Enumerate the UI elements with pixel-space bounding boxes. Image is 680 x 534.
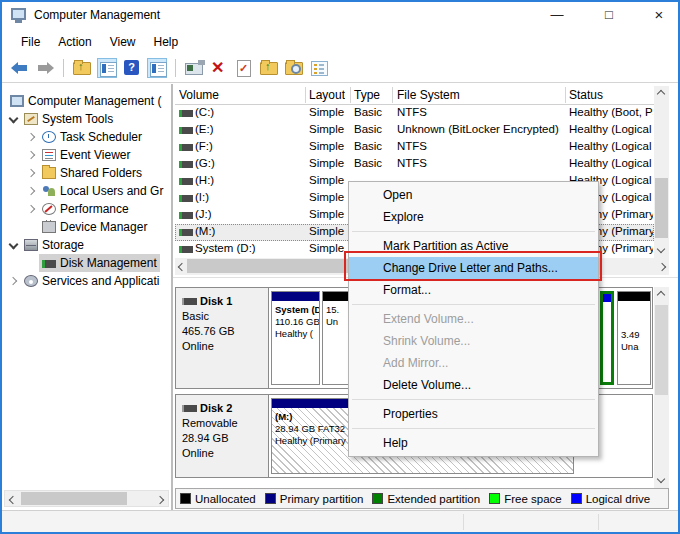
folder-up-icon[interactable]	[72, 58, 92, 78]
chevron-right-icon[interactable]	[25, 128, 39, 146]
menu-item-format[interactable]: Format...	[349, 279, 598, 301]
column-header-status[interactable]: Status	[569, 88, 603, 102]
chevron-spacer	[25, 254, 39, 272]
legend-unallocated: Unallocated	[180, 493, 256, 505]
chevron-right-icon[interactable]	[25, 200, 39, 218]
disk-management-icon	[42, 260, 56, 268]
console-window-icon[interactable]	[184, 58, 204, 78]
find-folder-icon[interactable]	[284, 58, 304, 78]
scroll-left-icon[interactable]	[9, 496, 17, 504]
scroll-down-icon[interactable]	[657, 475, 665, 483]
scroll-right-icon[interactable]	[156, 496, 164, 504]
volume-row-g[interactable]: (G:) Simple Basic NTFS Healthy (Logical …	[175, 156, 654, 173]
pane-divider[interactable]	[172, 84, 173, 510]
task-scheduler-icon	[42, 131, 56, 143]
disk-size: 28.94 GB	[182, 431, 262, 446]
menu-help[interactable]: Help	[145, 31, 188, 53]
disk-2-header[interactable]: Disk 2 Removable 28.94 GB Online	[176, 395, 269, 477]
menu-item-change-drive-letter[interactable]: Change Drive Letter and Paths...	[349, 257, 598, 279]
partition-extended-logical[interactable]	[600, 291, 614, 385]
legend-label: Extended partition	[387, 493, 480, 505]
menu-item-properties[interactable]: Properties	[349, 403, 598, 425]
disk-icon	[182, 298, 197, 305]
partition-system-d[interactable]: System (D:) 110.16 GB NTFS Healthy (	[271, 291, 320, 385]
sidebar-item-disk-management[interactable]: Disk Management	[2, 254, 172, 272]
properties-list-icon[interactable]	[309, 58, 329, 78]
scrollbar-thumb[interactable]	[187, 259, 359, 273]
menu-item-mark-partition-active[interactable]: Mark Partition as Active	[349, 235, 598, 257]
logical-drive-swatch	[571, 493, 582, 504]
chevron-right-icon[interactable]	[25, 182, 39, 200]
column-resizer[interactable]	[350, 87, 351, 103]
column-resizer[interactable]	[565, 87, 566, 103]
back-arrow-icon[interactable]	[10, 58, 30, 78]
column-resizer[interactable]	[305, 87, 306, 103]
scroll-down-icon[interactable]	[657, 245, 665, 253]
action-pane-toggle-icon[interactable]	[147, 58, 167, 78]
partition-unallocated-2[interactable]: 3.49 Una	[617, 291, 651, 385]
export-folder-icon[interactable]	[259, 58, 279, 78]
sidebar-item-local-users-groups[interactable]: Local Users and Gr	[2, 182, 172, 200]
partition-color-bar	[603, 294, 611, 302]
volume-row-f[interactable]: (F:) Simple Basic NTFS Healthy (Logical …	[175, 139, 654, 156]
sidebar-item-label: Services and Applicati	[42, 272, 159, 290]
menu-action[interactable]: Action	[49, 31, 100, 53]
volume-row-c[interactable]: (C:) Simple Basic NTFS Healthy (Boot, Pa…	[175, 105, 654, 122]
tree-horizontal-scrollbar[interactable]	[4, 490, 169, 507]
sidebar-item-device-manager[interactable]: Device Manager	[2, 218, 172, 236]
chevron-down-icon[interactable]	[7, 110, 21, 128]
menu-item-delete-volume[interactable]: Delete Volume...	[349, 374, 598, 396]
sidebar-item-label: Task Scheduler	[60, 128, 142, 146]
sidebar-item-services-applications[interactable]: Services and Applicati	[2, 272, 172, 290]
volume-icon	[179, 195, 193, 202]
scroll-right-icon[interactable]	[658, 263, 666, 271]
column-header-type[interactable]: Type	[354, 88, 380, 102]
menu-item-open[interactable]: Open	[349, 184, 598, 206]
minimize-button[interactable]: —	[540, 2, 574, 28]
disk-1-header[interactable]: Disk 1 Basic 465.76 GB Online	[176, 288, 269, 388]
help-icon[interactable]: ?	[122, 58, 142, 78]
column-header-file-system[interactable]: File System	[397, 88, 460, 102]
menu-item-help[interactable]: Help	[349, 432, 598, 454]
chevron-down-icon[interactable]	[7, 236, 21, 254]
menu-separator	[349, 396, 598, 403]
check-document-icon[interactable]	[234, 58, 254, 78]
scrollbar-thumb[interactable]	[655, 178, 668, 238]
menu-file[interactable]: File	[12, 31, 49, 53]
sidebar-item-storage[interactable]: Storage	[2, 236, 172, 254]
scrollbar-thumb[interactable]	[655, 305, 668, 395]
sidebar-item-event-viewer[interactable]: Event Viewer	[2, 146, 172, 164]
sidebar-item-system-tools[interactable]: System Tools	[2, 110, 172, 128]
sidebar-item-performance[interactable]: Performance	[2, 200, 172, 218]
chevron-right-icon[interactable]	[25, 164, 39, 182]
scrollbar-thumb[interactable]	[21, 492, 127, 505]
menu-item-add-mirror: Add Mirror...	[349, 352, 598, 374]
legend-label: Logical drive	[586, 493, 651, 505]
column-resizer[interactable]	[392, 87, 393, 103]
maximize-button[interactable]: □	[592, 2, 626, 28]
delete-icon[interactable]: ✕	[209, 58, 229, 78]
sidebar-item-label: Local Users and Gr	[60, 182, 163, 200]
volume-row-e[interactable]: (E:) Simple Basic Unknown (BitLocker Enc…	[175, 122, 654, 139]
disk-size: 465.76 GB	[182, 324, 262, 339]
chevron-right-icon[interactable]	[25, 146, 39, 164]
forward-arrow-icon[interactable]	[35, 58, 55, 78]
console-tree-toggle-icon[interactable]	[97, 58, 117, 78]
column-header-volume[interactable]: Volume	[179, 88, 219, 102]
sidebar-item-shared-folders[interactable]: Shared Folders	[2, 164, 172, 182]
column-header-layout[interactable]: Layout	[309, 88, 345, 102]
menu-item-explore[interactable]: Explore	[349, 206, 598, 228]
disk-pane-vertical-scrollbar[interactable]	[654, 287, 669, 488]
chevron-right-icon[interactable]	[7, 272, 21, 290]
sidebar-item-task-scheduler[interactable]: Task Scheduler	[2, 128, 172, 146]
scroll-left-icon[interactable]	[178, 263, 186, 271]
sidebar-item-computer-management[interactable]: Computer Management (	[2, 92, 172, 110]
scroll-up-icon[interactable]	[657, 90, 665, 98]
menu-view[interactable]: View	[101, 31, 145, 53]
volume-icon	[179, 212, 193, 219]
close-button[interactable]: ×	[642, 2, 676, 28]
disk-legend: Unallocated Primary partition Extended p…	[175, 488, 669, 509]
scroll-up-icon[interactable]	[657, 291, 665, 299]
volume-list-vertical-scrollbar[interactable]	[654, 86, 669, 258]
sidebar-item-label: Disk Management	[60, 254, 157, 272]
